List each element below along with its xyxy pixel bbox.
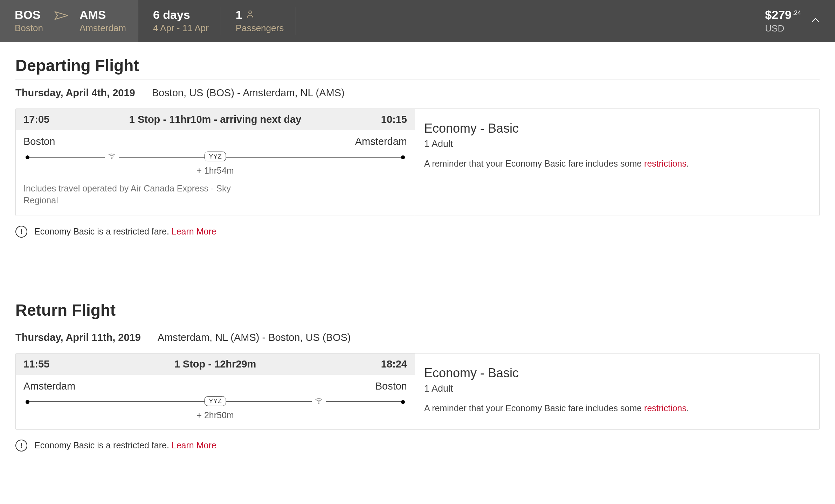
restrictions-link[interactable]: restrictions [644,159,686,168]
route-segment[interactable]: BOS Boston AMS Amsterdam [0,0,138,42]
operated-by-note: Includes travel operated by Air Canada E… [16,176,240,216]
svg-point-2 [318,403,319,404]
svg-point-1 [111,158,112,159]
arr-city: Boston [375,380,407,392]
price-segment[interactable]: $279 .24 USD [750,0,835,42]
departing-date: Thursday, April 4th, 2019 [15,87,135,99]
person-icon [245,9,255,21]
dep-summary: 1 Stop - 12hr29m [174,358,256,370]
divider [15,324,820,324]
fare-pax: 1 Adult [424,139,810,149]
alert-icon: ! [15,226,27,238]
layover-duration: + 2hr50m [23,410,407,420]
dep-city: Boston [23,136,55,147]
dep-time: 11:55 [23,358,49,370]
return-flight-card: 11:55 1 Stop - 12hr29m 18:24 Amsterdam B… [15,353,820,430]
dep-summary: 1 Stop - 11hr10m - arriving next day [129,114,302,125]
origin-code: BOS [15,8,43,21]
learn-more-link[interactable]: Learn More [172,440,216,450]
stop-code[interactable]: YYZ [204,152,226,161]
fare-note: A reminder that your Economy Basic fare … [424,402,810,415]
return-subheading: Thursday, April 11th, 2019 Amsterdam, NL… [15,332,820,343]
trip-length: 6 days [153,8,209,21]
learn-more-link[interactable]: Learn More [172,226,216,236]
return-date: Thursday, April 11th, 2019 [15,332,141,343]
dest-code: AMS [80,8,126,21]
flight-timeline: YYZ [23,398,407,405]
origin-city: Boston [15,23,43,34]
dates-segment[interactable]: 6 days 4 Apr - 11 Apr [138,0,221,42]
return-route: Amsterdam, NL (AMS) - Boston, US (BOS) [158,332,351,343]
fare-pax: 1 Adult [424,383,810,394]
alert-icon: ! [15,440,27,451]
fare-note: A reminder that your Economy Basic fare … [424,157,810,170]
trip-summary-bar: BOS Boston AMS Amsterdam 6 days 4 Apr - … [0,0,835,42]
departing-restricted-notice: ! Economy Basic is a restricted fare. Le… [15,226,820,238]
arr-city: Amsterdam [355,136,407,147]
price-amount: $279 [765,8,792,22]
price-currency: USD [765,23,784,34]
chevron-up-icon[interactable] [810,15,821,27]
departing-route: Boston, US (BOS) - Amsterdam, NL (AMS) [152,87,345,99]
fare-class: Economy - Basic [424,121,810,136]
departing-subheading: Thursday, April 4th, 2019 Boston, US (BO… [15,87,820,99]
pax-count: 1 [236,8,242,21]
flight-timeline: YYZ [23,154,407,161]
return-restricted-notice: ! Economy Basic is a restricted fare. Le… [15,440,820,451]
return-heading: Return Flight [15,301,820,320]
wifi-icon [312,396,326,407]
layover-duration: + 1hr54m [23,166,407,176]
plane-icon [54,9,69,26]
restrictions-link[interactable]: restrictions [644,403,686,413]
trip-dates: 4 Apr - 11 Apr [153,23,209,34]
price-cents: .24 [792,9,801,17]
fare-class: Economy - Basic [424,366,810,380]
divider [15,79,820,79]
pax-label: Passengers [236,23,284,34]
arr-time: 10:15 [381,114,407,125]
svg-point-0 [249,11,251,14]
dest-city: Amsterdam [80,23,126,34]
departing-heading: Departing Flight [15,56,820,75]
departing-flight-card: 17:05 1 Stop - 11hr10m - arriving next d… [15,108,820,216]
passengers-segment[interactable]: 1 Passengers [221,0,296,42]
stop-code[interactable]: YYZ [204,396,226,406]
dep-city: Amsterdam [23,380,75,392]
wifi-icon [105,151,119,162]
arr-time: 18:24 [381,358,407,370]
dep-time: 17:05 [23,114,49,125]
